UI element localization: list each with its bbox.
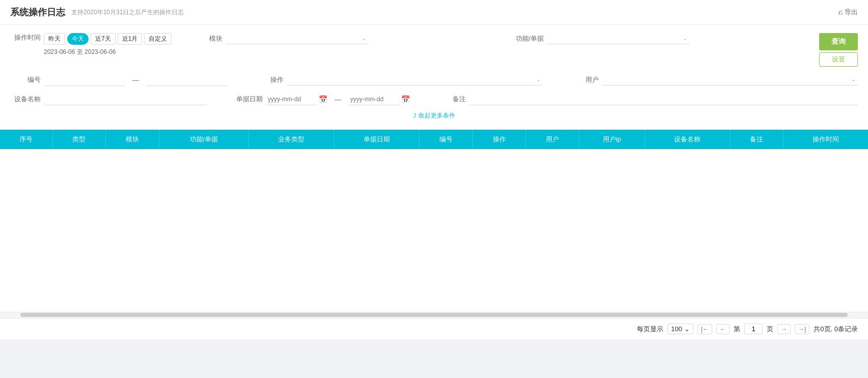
per-page-select[interactable]: 100 ⌄ <box>667 324 693 334</box>
time-label: 操作时间 <box>10 33 41 42</box>
date-range-text: 2023-06-06 至 2023-06-06 <box>44 48 172 56</box>
empty-area <box>0 149 868 312</box>
per-page-label: 每页显示 <box>637 325 663 334</box>
date-to-wrapper: 📅 <box>348 94 410 105</box>
no-input-to[interactable] <box>146 74 228 86</box>
remark-input[interactable] <box>469 93 858 105</box>
collapse-button[interactable]: ⤴ 收起更多条件 <box>10 108 858 125</box>
time-btn-today[interactable]: 今天 <box>67 33 89 45</box>
export-button[interactable]: ⎌ 导出 <box>838 8 858 17</box>
col-module: 模块 <box>106 130 159 149</box>
page-title: 系统操作日志 <box>10 6 65 18</box>
page-subtitle: 支持2020年10月31日之后产生的操作日志 <box>71 8 184 17</box>
doc-date-label: 单据日期 <box>232 95 263 104</box>
data-table: 序号 类型 模块 功能/单据 业务类型 单据日期 编号 操作 用户 用户ip 设… <box>0 130 868 149</box>
time-btn-7days[interactable]: 近7天 <box>91 33 116 45</box>
device-label: 设备名称 <box>10 95 41 104</box>
col-no: 编号 <box>419 130 472 149</box>
calendar-from-icon[interactable]: 📅 <box>319 95 327 103</box>
page-label: 第 <box>734 325 740 334</box>
date-from-input[interactable] <box>266 94 317 105</box>
collapse-up-icon: ⤴ <box>413 112 416 120</box>
remark-label: 备注 <box>435 95 466 104</box>
pagination: 每页显示 100 ⌄ |← ← 第 页 → →| 共0页, 0条记录 <box>0 318 868 339</box>
settings-button[interactable]: 设置 <box>819 52 858 67</box>
scrollbar-area[interactable] <box>0 312 868 318</box>
module-label: 模块 <box>192 34 222 43</box>
device-input[interactable] <box>44 93 207 105</box>
func-label: 功能/单据 <box>508 34 544 43</box>
operation-chevron-icon: ⌄ <box>536 76 541 83</box>
col-seq: 序号 <box>0 130 52 149</box>
operation-label: 操作 <box>253 75 284 84</box>
date-to-input[interactable] <box>348 94 399 105</box>
collapse-label: 收起更多条件 <box>418 111 455 120</box>
no-input-from[interactable] <box>44 74 125 86</box>
first-page-button[interactable]: |← <box>697 324 712 334</box>
user-label: 用户 <box>568 75 599 84</box>
time-btn-custom[interactable]: 自定义 <box>144 33 172 45</box>
filter-panel: 操作时间 昨天 今天 近7天 近1月 自定义 2023-06-06 至 2023… <box>0 25 868 130</box>
operation-select[interactable]: ⌄ <box>287 74 543 85</box>
time-buttons: 昨天 今天 近7天 近1月 自定义 <box>44 33 172 45</box>
page-input[interactable] <box>744 324 763 334</box>
col-type: 类型 <box>52 130 105 149</box>
per-page-chevron-icon: ⌄ <box>684 325 690 333</box>
func-select[interactable]: ⌄ <box>547 33 689 44</box>
last-page-button[interactable]: →| <box>795 324 809 334</box>
no-label: 编号 <box>10 75 41 84</box>
page-suffix: 页 <box>767 325 773 334</box>
col-doc-date: 单据日期 <box>334 130 419 149</box>
page-header: 系统操作日志 支持2020年10月31日之后产生的操作日志 ⎌ 导出 <box>0 0 868 25</box>
export-label: 导出 <box>845 8 858 17</box>
query-button[interactable]: 查询 <box>819 33 858 50</box>
col-operation: 操作 <box>472 130 525 149</box>
col-func: 功能/单据 <box>159 130 248 149</box>
col-remark: 备注 <box>730 130 783 149</box>
module-select[interactable]: ⌄ <box>226 33 368 44</box>
module-chevron-icon: ⌄ <box>361 35 366 42</box>
user-select[interactable]: ⌄ <box>602 74 858 85</box>
per-page-value: 100 <box>671 325 682 333</box>
col-device: 设备名称 <box>645 130 730 149</box>
col-op-time: 操作时间 <box>783 130 868 149</box>
date-dash: — <box>334 96 341 103</box>
time-btn-yesterday[interactable]: 昨天 <box>44 33 65 45</box>
export-icon: ⎌ <box>838 8 843 16</box>
prev-page-button[interactable]: ← <box>716 324 730 334</box>
total-label: 共0页, 0条记录 <box>814 325 858 334</box>
scrollbar-track[interactable] <box>20 313 848 317</box>
date-from-wrapper: 📅 <box>266 94 327 105</box>
calendar-to-icon[interactable]: 📅 <box>401 95 410 103</box>
col-user-ip: 用户ip <box>579 130 645 149</box>
next-page-button[interactable]: → <box>777 324 791 334</box>
table-container: 序号 类型 模块 功能/单据 业务类型 单据日期 编号 操作 用户 用户ip 设… <box>0 130 868 312</box>
table-header: 序号 类型 模块 功能/单据 业务类型 单据日期 编号 操作 用户 用户ip 设… <box>0 130 868 149</box>
time-btn-1month[interactable]: 近1月 <box>118 33 143 45</box>
func-chevron-icon: ⌄ <box>683 35 687 42</box>
user-chevron-icon: ⌄ <box>851 76 856 83</box>
col-biz-type: 业务类型 <box>249 130 334 149</box>
no-dash: — <box>132 76 139 84</box>
col-user: 用户 <box>526 130 579 149</box>
